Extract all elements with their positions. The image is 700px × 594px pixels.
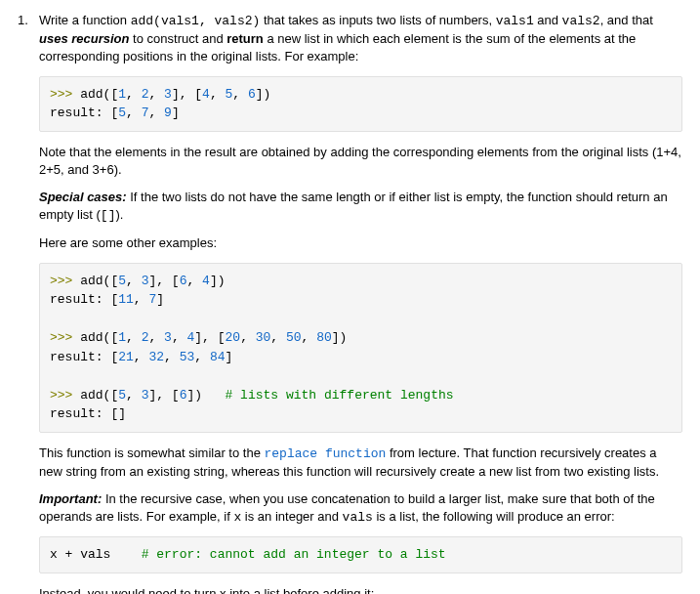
num: 3 <box>164 330 172 345</box>
text: If the two lists do not have the same le… <box>39 190 668 222</box>
emph-important: Important: <box>39 491 102 506</box>
result-label: result: [] <box>50 406 126 421</box>
code-example-2: >>> add([5, 3], [6, 4]) result: [11, 7] … <box>39 263 682 433</box>
instead-paragraph: Instead, you would need to turn x into a… <box>39 585 682 594</box>
sep: , <box>210 87 226 102</box>
num: 3 <box>164 87 172 102</box>
result-label: result: [ <box>50 350 118 364</box>
result-label: result: [ <box>50 106 118 120</box>
sep: , <box>172 330 187 345</box>
emph-special-cases: Special cases: <box>39 190 127 204</box>
text: and <box>534 13 562 27</box>
num: 6 <box>180 274 187 288</box>
num: 6 <box>248 87 256 102</box>
num: 20 <box>226 330 241 345</box>
sep: , <box>148 330 164 345</box>
sep: , <box>134 292 149 307</box>
text: ). <box>115 207 123 222</box>
sep: , <box>302 330 317 345</box>
sep: , <box>187 274 203 288</box>
num: 21 <box>118 350 134 364</box>
num: 1 <box>118 87 126 102</box>
sep: ]) <box>210 274 226 288</box>
problem-content: Write a function add(vals1, vals2) that … <box>39 12 682 594</box>
num: 9 <box>164 106 172 120</box>
text: to construct and <box>130 31 227 46</box>
sep: , <box>164 350 180 364</box>
more-examples-lead: Here are some other examples: <box>39 234 682 252</box>
code-error-example: x + vals # error: cannot add an integer … <box>39 536 682 573</box>
call: add([ <box>80 330 118 345</box>
num: 5 <box>118 106 126 120</box>
text: Write a function <box>39 13 131 27</box>
sep: ], [ <box>148 388 179 403</box>
sep: ]) <box>187 388 226 403</box>
link-replace-function[interactable]: replace function <box>264 446 386 461</box>
call: add([ <box>80 388 118 403</box>
code-text: x + vals <box>50 547 142 562</box>
sep: ], [ <box>172 87 202 102</box>
sep: , <box>240 330 256 345</box>
num: 11 <box>118 292 134 307</box>
text: , and that <box>600 13 653 27</box>
num: 6 <box>180 388 187 403</box>
sep: , <box>270 330 286 345</box>
num: 4 <box>202 274 210 288</box>
prompt: >>> <box>50 388 80 403</box>
num: 4 <box>202 87 210 102</box>
code-vals: vals <box>343 510 373 525</box>
num: 1 <box>118 330 126 345</box>
text: This function is somewhat similar to the <box>39 446 264 460</box>
sep: ] <box>225 350 232 364</box>
sep: , <box>126 274 142 288</box>
text: is an integer and <box>241 509 342 524</box>
text: is a list, the following will produce an… <box>373 509 615 524</box>
sep: , <box>194 350 210 364</box>
text: that takes as inputs two lists of number… <box>260 13 495 27</box>
sep: ] <box>172 106 180 120</box>
code-signature: add(vals1, vals2) <box>131 14 261 28</box>
note-paragraph: Note that the elements in the result are… <box>39 144 682 179</box>
problem-number: 1. <box>18 12 39 594</box>
code-vals2: vals2 <box>562 14 600 28</box>
sep: ], [ <box>194 330 225 345</box>
sep: , <box>148 87 164 102</box>
important-paragraph: Important: In the recursive case, when y… <box>39 490 682 527</box>
sep: , <box>126 87 142 102</box>
prompt: >>> <box>50 274 80 288</box>
sep: , <box>148 106 164 120</box>
sep: , <box>232 87 248 102</box>
problem-1: 1. Write a function add(vals1, vals2) th… <box>18 12 682 594</box>
num: 5 <box>118 274 126 288</box>
comment: # lists with different lengths <box>226 388 454 403</box>
call: add([ <box>80 87 118 102</box>
comment: # error: cannot add an integer to a list <box>142 547 446 562</box>
sep: ], [ <box>148 274 179 288</box>
sep: , <box>126 106 142 120</box>
compare-paragraph: This function is somewhat similar to the… <box>39 445 682 481</box>
special-cases-paragraph: Special cases: If the two lists do not h… <box>39 189 682 225</box>
code-vals1: vals1 <box>496 14 534 28</box>
code-example-1: >>> add([1, 2, 3], [4, 5, 6]) result: [5… <box>39 76 682 132</box>
sep: , <box>126 330 142 345</box>
emph-return: return <box>226 31 264 46</box>
num: 32 <box>148 350 164 364</box>
sep: ]) <box>256 87 271 102</box>
num: 53 <box>180 350 195 364</box>
emph-uses-recursion: uses recursion <box>39 31 130 46</box>
prompt: >>> <box>50 330 80 345</box>
num: 30 <box>256 330 271 345</box>
sep: , <box>134 350 149 364</box>
code-empty-list: [] <box>101 208 116 223</box>
sep: ]) <box>332 330 348 345</box>
num: 50 <box>286 330 302 345</box>
call: add([ <box>80 274 118 288</box>
num: 80 <box>316 330 332 345</box>
result-label: result: [ <box>50 292 118 307</box>
sep: ] <box>156 292 164 307</box>
prompt: >>> <box>50 87 80 102</box>
num: 5 <box>118 388 126 403</box>
num: 84 <box>210 350 226 364</box>
sep: , <box>126 388 142 403</box>
intro-paragraph: Write a function add(vals1, vals2) that … <box>39 12 682 66</box>
